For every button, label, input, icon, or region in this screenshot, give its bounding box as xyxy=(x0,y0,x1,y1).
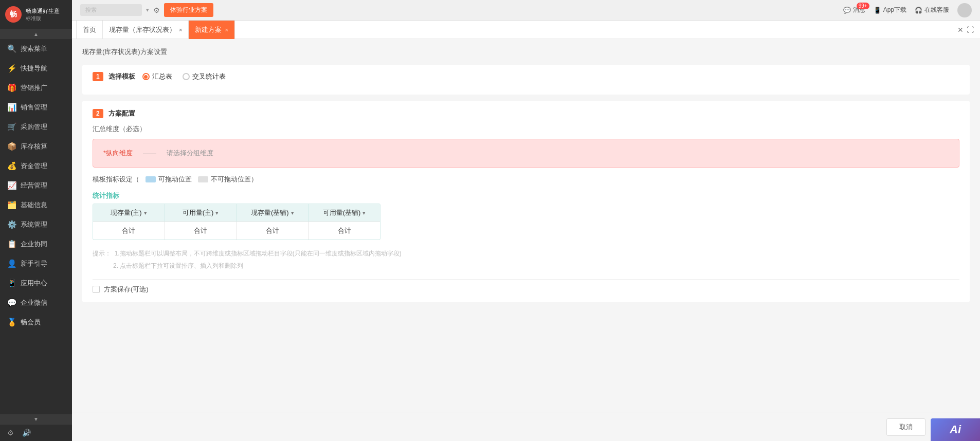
sidebar-item-inventory[interactable]: 📦 库存核算 xyxy=(0,137,72,156)
tab-inventory[interactable]: 现存量（库存状况表） × xyxy=(103,21,189,39)
template-settings-label: 模板指标设定（ xyxy=(93,175,139,184)
sidebar-label-appcenter: 应用中心 xyxy=(21,279,47,288)
sidebar-label-newuser: 新手引导 xyxy=(21,259,47,268)
stats-col-2-label: 可用量(主) xyxy=(183,208,214,217)
step1-section: 1 选择模板 汇总表 交叉统计表 xyxy=(82,65,970,95)
drag-box xyxy=(146,176,156,182)
sidebar-item-marketing[interactable]: 🎁 营销推广 xyxy=(0,78,72,98)
stats-col-3-chevron[interactable]: ▾ xyxy=(291,210,294,216)
sidebar-item-system[interactable]: ⚙️ 系统管理 xyxy=(0,215,72,234)
cancel-button[interactable]: 取消 xyxy=(886,418,925,436)
step1-badge: 1 xyxy=(93,72,103,81)
sidebar-label-search: 搜索菜单 xyxy=(21,44,47,53)
radio-cross-circle xyxy=(183,73,190,80)
hint-2-row: 2. 点击标题栏下拉可设置排序、插入列和删除列 xyxy=(93,260,959,272)
template-settings-row: 模板指标设定（ 可拖动位置 不可拖动位置） xyxy=(93,175,959,184)
save-checkbox[interactable] xyxy=(93,286,100,293)
user-avatar[interactable] xyxy=(957,3,972,17)
tabs-bar: 首页 现存量（库存状况表） × 新建方案 × ✕ ⛶ xyxy=(72,21,980,39)
summary-dimension-label: 汇总维度（必选） xyxy=(93,124,959,134)
sidebar-item-membership[interactable]: 🏅 畅会员 xyxy=(0,313,72,332)
step2-header: 2 方案配置 xyxy=(93,109,959,118)
sidebar-item-wechat[interactable]: 💬 企业微信 xyxy=(0,293,72,313)
tab-inventory-label: 现存量（库存状况表） xyxy=(109,25,176,34)
ai-badge[interactable]: Ai xyxy=(931,418,980,441)
main-area: 搜索 ▾ ⚙ 体验行业方案 💬 消息 99+ 📱 App下载 🎧 在线客服 xyxy=(72,0,980,441)
stats-col-4-chevron[interactable]: ▾ xyxy=(362,210,366,216)
app-download-label: App下载 xyxy=(883,6,906,14)
step2-title: 方案配置 xyxy=(108,109,135,118)
operations-icon: 📈 xyxy=(7,181,16,190)
sidebar-scroll-down[interactable]: ▼ xyxy=(0,414,72,424)
sidebar-footer: ⚙ 🔊 xyxy=(0,424,72,441)
stats-col-2[interactable]: 可用量(主) ▾ xyxy=(165,204,237,222)
tab-home[interactable]: 首页 xyxy=(76,21,103,39)
logo-text: 畅康通好生意 标准版 xyxy=(26,7,60,21)
sidebar-item-contracts[interactable]: 📋 企业协同 xyxy=(0,234,72,254)
customer-service-item[interactable]: 🎧 在线客服 xyxy=(915,6,949,14)
app-name: 畅康通好生意 xyxy=(26,7,60,14)
sidebar-label-operations: 经营管理 xyxy=(21,181,47,190)
maximize-icon[interactable]: ⛶ xyxy=(967,26,974,34)
sidebar-item-basicinfo[interactable]: 🗂️ 基础信息 xyxy=(0,195,72,215)
footer: 取消 查询 xyxy=(72,413,980,441)
app-edition: 标准版 xyxy=(26,15,60,22)
stats-cell-3: 合计 xyxy=(237,222,309,240)
sidebar-item-finance[interactable]: 💰 资金管理 xyxy=(0,156,72,176)
sidebar-item-operations[interactable]: 📈 经营管理 xyxy=(0,176,72,195)
topbar-chevron-icon[interactable]: ▾ xyxy=(146,7,149,13)
messages-item[interactable]: 💬 消息 99+ xyxy=(843,6,865,14)
messages-badge: 99+ xyxy=(857,3,869,9)
sales-icon: 📊 xyxy=(7,103,16,112)
basicinfo-icon: 🗂️ xyxy=(7,200,16,210)
stats-col-1[interactable]: 现存量(主) ▾ xyxy=(93,204,165,222)
wechat-icon: 💬 xyxy=(7,298,16,307)
sidebar-scroll-up[interactable]: ▲ xyxy=(0,29,72,39)
settings-icon[interactable]: ⚙ xyxy=(7,429,14,437)
sidebar-item-newuser[interactable]: 👤 新手引导 xyxy=(0,254,72,273)
sidebar-item-quicknav[interactable]: ⚡ 快捷导航 xyxy=(0,59,72,78)
step2-badge: 2 xyxy=(93,109,103,118)
appcenter-icon: 📱 xyxy=(7,279,16,288)
topbar-left: 搜索 ▾ ⚙ 体验行业方案 xyxy=(80,3,213,17)
tab-new-plan[interactable]: 新建方案 × xyxy=(189,21,234,39)
topbar-gear-icon[interactable]: ⚙ xyxy=(153,6,160,14)
sidebar-item-purchase[interactable]: 🛒 采购管理 xyxy=(0,117,72,137)
sidebar-item-appcenter[interactable]: 📱 应用中心 xyxy=(0,273,72,293)
stats-col-3-label: 现存量(基辅) xyxy=(251,208,289,217)
sidebar-label-purchase: 采购管理 xyxy=(21,122,47,132)
save-row: 方案保存(可选) xyxy=(93,279,959,294)
hint-2: 2. 点击标题栏下拉可设置排序、插入列和删除列 xyxy=(113,262,243,269)
sidebar-label-basicinfo: 基础信息 xyxy=(21,200,47,210)
stats-col-1-chevron[interactable]: ▾ xyxy=(144,210,147,216)
stats-label: 统计指标 xyxy=(93,191,959,200)
trial-plan-button[interactable]: 体验行业方案 xyxy=(164,3,213,17)
dimension-box[interactable]: *纵向维度 —— 请选择分组维度 xyxy=(93,139,959,168)
save-label: 方案保存(可选) xyxy=(104,285,149,294)
quicknav-icon: ⚡ xyxy=(7,64,16,73)
tab-resize-controls: ✕ ⛶ xyxy=(957,26,976,34)
radio-summary-label: 汇总表 xyxy=(152,72,172,81)
sidebar-label-sales: 销售管理 xyxy=(21,103,47,112)
stats-col-3[interactable]: 现存量(基辅) ▾ xyxy=(237,204,309,222)
tab-inventory-close[interactable]: × xyxy=(179,27,182,33)
tab-new-plan-close[interactable]: × xyxy=(225,27,228,33)
radio-summary[interactable]: 汇总表 xyxy=(142,72,172,81)
stats-cell-1: 合计 xyxy=(93,222,165,240)
app-download-item[interactable]: 📱 App下载 xyxy=(874,6,906,14)
radio-summary-circle xyxy=(142,73,150,80)
page-title: 现存量(库存状况表)方案设置 xyxy=(82,47,970,57)
sidebar-item-search[interactable]: 🔍 搜索菜单 xyxy=(0,39,72,59)
stats-cell-2: 合计 xyxy=(165,222,237,240)
dimension-required-label: *纵向维度 xyxy=(103,149,133,158)
stats-col-4[interactable]: 可用量(基辅) ▾ xyxy=(308,204,380,222)
radio-cross[interactable]: 交叉统计表 xyxy=(183,72,226,81)
sidebar-item-sales[interactable]: 📊 销售管理 xyxy=(0,98,72,117)
stats-col-2-chevron[interactable]: ▾ xyxy=(215,210,219,216)
not-draggable-label: 不可拖动位置） xyxy=(211,175,258,184)
minimize-icon[interactable]: ✕ xyxy=(957,26,964,34)
step1-title: 选择模板 xyxy=(108,72,135,81)
hints-area: 提示： 1.拖动标题栏可以调整布局，不可跨维度或指标区域拖动栏目字段(只能在同一… xyxy=(93,247,959,272)
membership-icon: 🏅 xyxy=(7,318,16,327)
audio-icon[interactable]: 🔊 xyxy=(22,429,31,437)
